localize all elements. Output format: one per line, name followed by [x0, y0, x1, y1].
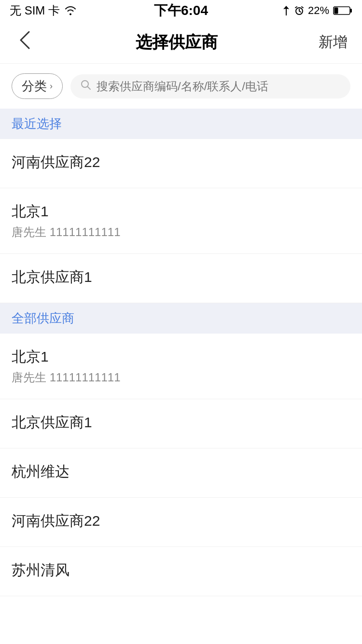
item-sub: 唐先生 11111111111	[12, 370, 350, 385]
chevron-right-icon: ›	[50, 81, 53, 91]
status-carrier: 无 SIM 卡	[10, 3, 77, 18]
recent-list: 河南供应商22北京1唐先生 11111111111北京供应商1	[0, 139, 362, 303]
search-icon	[80, 79, 92, 94]
alarm-icon	[294, 5, 304, 16]
search-box	[70, 74, 350, 98]
recent-section-label: 最近选择	[12, 116, 62, 131]
category-label: 分类	[22, 78, 47, 95]
nav-bar: 选择供应商 新增	[0, 21, 362, 64]
location-icon	[282, 5, 291, 16]
list-item[interactable]: 苏州清风	[0, 547, 362, 596]
wifi-icon	[64, 5, 77, 16]
list-item[interactable]: 河南供应商22	[0, 139, 362, 188]
page-title: 选择供应商	[136, 31, 218, 54]
status-right: 22%	[282, 4, 352, 17]
item-sub: 唐先生 11111111111	[12, 224, 350, 240]
battery-percent: 22%	[308, 4, 329, 17]
status-bar: 无 SIM 卡 下午6:04 22%	[0, 0, 362, 21]
item-name: 北京1	[12, 347, 350, 367]
all-section-header: 全部供应商	[0, 303, 362, 334]
battery-icon	[333, 6, 352, 15]
all-list: 北京1唐先生 11111111111北京供应商1杭州维达河南供应商22苏州清风	[0, 334, 362, 596]
item-name: 北京供应商1	[12, 413, 350, 433]
item-name: 河南供应商22	[12, 511, 350, 531]
item-name: 苏州清风	[12, 560, 350, 580]
search-input[interactable]	[97, 80, 341, 93]
list-item[interactable]: 北京供应商1	[0, 399, 362, 448]
category-button[interactable]: 分类 ›	[12, 73, 63, 99]
list-item[interactable]: 杭州维达	[0, 448, 362, 498]
svg-rect-2	[350, 9, 352, 13]
item-name: 北京供应商1	[12, 267, 350, 287]
list-item[interactable]: 北京供应商1	[0, 254, 362, 303]
list-item[interactable]: 北京1唐先生 11111111111	[0, 334, 362, 399]
svg-rect-3	[334, 8, 338, 14]
all-section-label: 全部供应商	[12, 311, 74, 325]
item-name: 河南供应商22	[12, 153, 350, 172]
recent-section-header: 最近选择	[0, 109, 362, 139]
status-time: 下午6:04	[154, 1, 208, 20]
item-name: 杭州维达	[12, 462, 350, 482]
filter-bar: 分类 ›	[0, 64, 362, 109]
list-item[interactable]: 河南供应商22	[0, 498, 362, 547]
item-name: 北京1	[12, 202, 350, 222]
list-item[interactable]: 北京1唐先生 11111111111	[0, 188, 362, 254]
add-button[interactable]: 新增	[319, 32, 348, 52]
back-button[interactable]	[14, 26, 35, 58]
